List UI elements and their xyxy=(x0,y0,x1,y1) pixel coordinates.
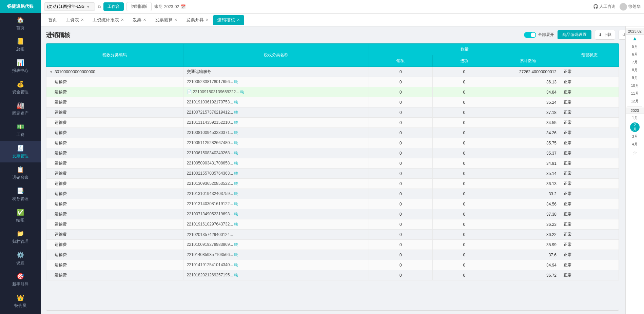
cal-month-12[interactable]: 12月 xyxy=(626,97,644,105)
tab-close-invoice[interactable]: ✕ xyxy=(143,18,146,22)
table-row: 0 xyxy=(432,179,496,189)
tab-sales-check[interactable]: 进销稽核 ✕ xyxy=(213,15,244,25)
tab-salary-stats[interactable]: 工资统计报表 ✕ xyxy=(89,15,128,25)
table-row: 0 xyxy=(369,230,432,240)
sidebar-item-report[interactable]: 📊 报表中心 xyxy=(0,56,41,77)
table-row: 34.94 xyxy=(496,260,560,270)
table-row: 正常 xyxy=(560,270,619,280)
settle-icon: ✅ xyxy=(17,209,24,216)
tab-close-sales-check[interactable]: ✕ xyxy=(237,18,240,22)
table-row: 0 xyxy=(369,250,432,260)
cal-month-8[interactable]: 8月 xyxy=(626,66,644,74)
user-menu[interactable]: 徐莲华 xyxy=(620,3,641,11)
sidebar-item-tax[interactable]: 📑 税务管理 xyxy=(0,184,41,205)
tab-invoice-calc[interactable]: 发票测算 ✕ xyxy=(151,15,181,25)
table-row: 2210021557035764363...吨 xyxy=(183,169,369,179)
calendar-icon[interactable]: 📅 xyxy=(181,4,186,9)
tab-salary-table[interactable]: 工资表 ✕ xyxy=(62,15,88,25)
sidebar-item-invoice[interactable]: 🧾 发票管理 xyxy=(0,141,41,162)
table-row: 正常 xyxy=(560,87,619,97)
table-row: 0 xyxy=(369,107,432,118)
sidebar-item-archive[interactable]: 📁 归档管理 xyxy=(0,227,41,248)
tab-close-invoice-open[interactable]: ✕ xyxy=(206,18,209,22)
sidebar-item-label: 税务管理 xyxy=(12,196,28,202)
sidebar-item-settings[interactable]: ⚙️ 设置 xyxy=(0,248,41,269)
sidebar-item-home[interactable]: 🏠 首页 xyxy=(0,13,41,34)
table-row: 34.84 xyxy=(496,87,560,97)
sidebar-item-label: 设置 xyxy=(16,260,24,266)
cal-year-top: 2023.02 xyxy=(626,28,644,35)
table-row: 2210131019432403759...吨 xyxy=(183,189,369,199)
table-row: 正常 xyxy=(560,209,619,219)
period-value: 2023-02 xyxy=(164,4,179,9)
download-button[interactable]: ⬇ 下载 xyxy=(595,30,615,40)
cal-month-6[interactable]: 6月 xyxy=(626,51,644,58)
table-row: 35.75 xyxy=(496,138,560,148)
cal-month-9[interactable]: 9月 xyxy=(626,74,644,82)
sidebar-item-capital[interactable]: 💰 资金管理 xyxy=(0,77,41,98)
sidebar-item-label: 新手引导 xyxy=(12,281,28,287)
table-row: 正常 xyxy=(560,179,619,189)
table-row: 0 xyxy=(369,158,432,169)
table-row: 0 xyxy=(369,179,432,189)
table-row: 2210140859357103566...吨 xyxy=(183,250,369,260)
sidebar-unpin-button[interactable]: ◀ 取消固定 xyxy=(0,312,41,314)
copy-icon[interactable]: ⧉ xyxy=(98,4,101,9)
cal-month-11[interactable]: 11月 xyxy=(626,90,644,97)
tab-home[interactable]: 首页 xyxy=(44,15,61,25)
cal-month-5[interactable]: 5月 xyxy=(626,43,644,51)
support-button[interactable]: 🎧 人工咨询 xyxy=(593,4,616,9)
table-row: 0 xyxy=(432,138,496,148)
table-row: 0 xyxy=(369,260,432,270)
toggle-wrap: 全部展开 xyxy=(524,32,554,38)
table-row: 2210061508340340268...吨 xyxy=(183,148,369,158)
table-row: 35.14 xyxy=(496,169,560,179)
app-logo: 畅捷通易代账 xyxy=(0,0,41,13)
th-quantity-group: 数量 xyxy=(369,44,560,55)
cal-month-2-active[interactable]: 2月 xyxy=(630,122,640,132)
company-selector[interactable]: (勿动) 江西报宝-LSS ▼ xyxy=(44,2,95,11)
table-row: 34.26 xyxy=(496,128,560,138)
table-row: 2210050903431708658...吨 xyxy=(183,158,369,169)
sidebar-item-guide[interactable]: 🎯 新手引导 xyxy=(0,269,41,291)
table-row: 35.24 xyxy=(496,97,560,107)
table-row: 📄2210091503139659222...吨 xyxy=(183,87,369,97)
th-status: 预警状态 xyxy=(560,44,619,67)
th-cumulative: 累计数额 xyxy=(496,55,560,67)
expand-toggle[interactable] xyxy=(524,32,536,38)
sidebar-item-sales[interactable]: 📋 进销台账 xyxy=(0,162,41,184)
cal-month-7[interactable]: 7月 xyxy=(626,58,644,66)
switch-button[interactable]: 切到旧版 xyxy=(126,2,152,11)
sidebar-item-settle[interactable]: ✅ 结账 xyxy=(0,205,41,227)
sidebar-item-salary[interactable]: 💵 工资 xyxy=(0,120,41,141)
cal-month-3[interactable]: 3月 xyxy=(626,133,644,140)
cal-month-1[interactable]: 1月 xyxy=(626,114,644,122)
cal-month-10[interactable]: 10月 xyxy=(626,82,644,90)
tab-invoice[interactable]: 发票 ✕ xyxy=(129,15,150,25)
workbench-button[interactable]: 工作台 xyxy=(103,2,124,11)
sidebar-item-label: 总账 xyxy=(16,46,24,52)
tab-close-salary-stats[interactable]: ✕ xyxy=(121,18,124,22)
table-row: 正常 xyxy=(560,97,619,107)
toggle-label: 全部展开 xyxy=(538,32,554,38)
table-row: 2210081009453230371...吨 xyxy=(183,128,369,138)
table-row: 运输费 xyxy=(46,148,183,158)
sidebar-item-member[interactable]: 👑 畅会员 xyxy=(0,291,41,312)
tab-close-salary-table[interactable]: ✕ xyxy=(81,18,84,22)
table-row: 正常 xyxy=(560,250,619,260)
data-table: 税收分类编码 税收分类名称 数量 预警状态 销项 进项 累计数额 ▼301000… xyxy=(46,43,619,280)
tab-close-invoice-calc[interactable]: ✕ xyxy=(174,18,177,22)
cal-month-4[interactable]: 4月 xyxy=(626,140,644,148)
table-row: 正常 xyxy=(560,169,619,179)
settings-button[interactable]: 商品编码设置 xyxy=(558,30,591,39)
table-row: 0 xyxy=(369,97,432,107)
table-row: 0 xyxy=(432,189,496,199)
sales-icon: 📋 xyxy=(17,166,24,173)
table-row: 2210072157376219412...吨 xyxy=(183,107,369,118)
cal-nav-up[interactable]: ▲ xyxy=(626,35,644,43)
tab-invoice-open[interactable]: 发票开具 ✕ xyxy=(182,15,213,25)
sidebar-item-ledger[interactable]: 📒 总账 xyxy=(0,34,41,56)
table-row: 0 xyxy=(369,148,432,158)
sidebar-item-asset[interactable]: 🏭 固定资产 xyxy=(0,98,41,120)
data-table-wrap[interactable]: 税收分类编码 税收分类名称 数量 预警状态 销项 进项 累计数额 ▼301000… xyxy=(46,43,619,311)
